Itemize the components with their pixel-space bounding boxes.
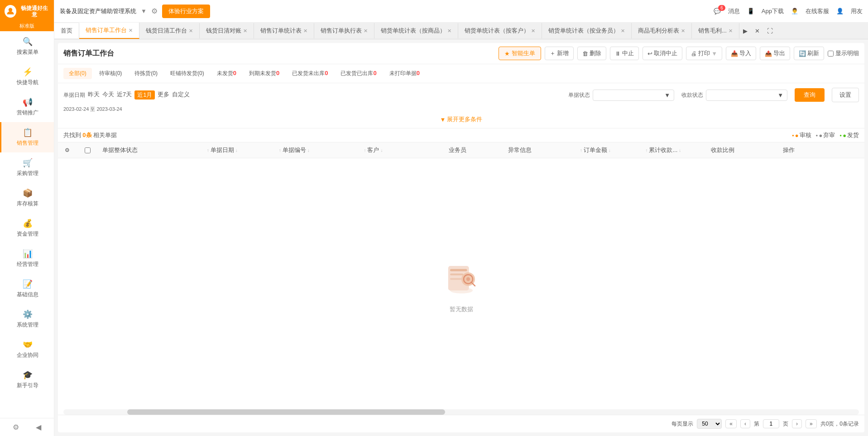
tab-sales-by-staff[interactable]: 销货单统计表（按业务员） ✕ <box>542 23 632 38</box>
sidebar-item-system[interactable]: ⚙️ 系统管理 <box>0 304 54 334</box>
app-download-label[interactable]: App下载 <box>762 7 784 15</box>
refresh-button[interactable]: 🔄 刷新 <box>794 47 824 60</box>
subtab-pending-review[interactable]: 待审核(0) <box>94 68 128 79</box>
export-button[interactable]: 📤 导出 <box>760 47 790 60</box>
th-error[interactable]: 异常信息 <box>504 142 576 158</box>
th-num[interactable]: ↑ 单据编号 ↓ <box>275 142 360 158</box>
subtab-wangpu-pending[interactable]: 旺铺待发货(0) <box>165 68 210 79</box>
horizontal-scrollbar[interactable] <box>63 409 859 415</box>
th-check[interactable] <box>76 142 99 158</box>
tab-sales-stats[interactable]: 销售订单统计表 ✕ <box>254 23 314 38</box>
sidebar-item-quicknav[interactable]: ⚡ 快捷导航 <box>0 62 54 92</box>
tab-close-icon[interactable]: ✕ <box>531 28 535 34</box>
sidebar-item-enterprise[interactable]: 🤝 企业协同 <box>0 334 54 365</box>
th-collected[interactable]: ↑ 累计收款... ↓ <box>642 142 707 158</box>
delete-button[interactable]: 🗑 删除 <box>577 47 606 60</box>
last-page-button[interactable]: » <box>806 419 817 428</box>
cancel-pause-button[interactable]: ↩ 取消中止 <box>643 47 682 60</box>
sidebar-item-search[interactable]: 🔍 搜索菜单 <box>0 31 54 62</box>
sidebar-item-sales[interactable]: 📋 销售管理 <box>0 122 54 152</box>
tab-cash-daily[interactable]: 钱货日清工作台 ✕ <box>139 23 200 38</box>
tab-sales-more[interactable]: 销售毛利... ✕ <box>692 23 739 38</box>
tab-gross-profit[interactable]: 商品毛利分析表 ✕ <box>632 23 692 38</box>
th-amount[interactable]: ↑ 订单金额 ↓ <box>576 142 642 158</box>
th-settings[interactable]: ⚙ <box>58 142 76 158</box>
user-label[interactable]: 用友 <box>851 7 863 15</box>
payment-select[interactable]: ▼ <box>706 90 787 101</box>
tab-close-icon[interactable]: ✕ <box>189 28 193 34</box>
prev-page-button[interactable]: ‹ <box>740 419 750 428</box>
dropdown-icon[interactable]: ▼ <box>141 8 147 14</box>
message-icon[interactable]: 💬 6 <box>714 8 721 14</box>
tab-close-icon[interactable]: ✕ <box>243 28 247 34</box>
tab-expand-button[interactable]: ⛶ <box>763 24 777 38</box>
th-ratio[interactable]: 收款比例 <box>707 142 779 158</box>
smart-btn[interactable]: ★ 智能生单 <box>499 47 541 60</box>
th-customer[interactable]: ↑ 客户 ↓ <box>360 142 445 158</box>
collapse-icon[interactable]: ◀ <box>36 423 41 431</box>
trial-button[interactable]: 体验行业方案 <box>162 5 210 18</box>
deliver-action[interactable]: ● 发货 <box>839 131 859 139</box>
settings-gear-icon[interactable]: ⚙ <box>151 7 158 15</box>
tab-home[interactable]: 首页 <box>54 23 79 38</box>
tab-close-icon[interactable]: ✕ <box>447 28 451 34</box>
sidebar-item-purchase[interactable]: 🛒 采购管理 <box>0 152 54 183</box>
tab-sales-by-customer[interactable]: 销货单统计表（按客户） ✕ <box>458 23 542 38</box>
show-detail-checkbox[interactable] <box>828 51 834 57</box>
tab-more-button[interactable]: ▶ <box>739 24 751 38</box>
pause-button[interactable]: ⏸ 中止 <box>610 47 639 60</box>
scrollbar-thumb[interactable] <box>127 409 446 415</box>
subtab-not-shipped[interactable]: 未发货0 <box>211 68 242 79</box>
first-page-button[interactable]: « <box>725 419 737 428</box>
tab-close-all-button[interactable]: ✕ <box>751 24 763 38</box>
print-button[interactable]: 🖨 打印 ▼ <box>686 47 722 60</box>
sidebar-item-operations[interactable]: 📊 经营管理 <box>0 243 54 274</box>
status-select[interactable]: ▼ <box>593 90 674 101</box>
tab-sales-workbench[interactable]: 销售订单工作台 ✕ <box>79 23 139 39</box>
set-button[interactable]: 设置 <box>832 88 859 102</box>
app-download-icon[interactable]: 📱 <box>747 8 754 14</box>
tab-close-icon[interactable]: ✕ <box>129 28 133 33</box>
query-button[interactable]: 查询 <box>795 88 825 102</box>
sidebar-item-guide[interactable]: 🎓 新手引导 <box>0 365 54 395</box>
import-button[interactable]: 📥 导入 <box>726 47 756 60</box>
subtab-shipped-not-out[interactable]: 已发货未出库0 <box>287 68 333 79</box>
tab-close-icon[interactable]: ✕ <box>681 28 685 34</box>
audit-action[interactable]: ● 审核 <box>792 131 811 139</box>
date-1month[interactable]: 近1月 <box>134 90 155 100</box>
subtab-pending-inspect[interactable]: 待拣货(0) <box>129 68 163 79</box>
subtab-not-printed[interactable]: 未打印单据0 <box>384 68 425 79</box>
tab-sales-exec[interactable]: 销售订单执行表 ✕ <box>314 23 374 38</box>
sidebar-item-marketing[interactable]: 📢 营销推广 <box>0 92 54 122</box>
th-staff[interactable]: 业务员 <box>445 142 504 158</box>
tab-close-icon[interactable]: ✕ <box>303 28 307 34</box>
select-all-checkbox[interactable] <box>85 147 91 153</box>
date-more[interactable]: 更多 <box>158 90 169 100</box>
cancel-audit-action[interactable]: ● 弃审 <box>816 131 835 139</box>
sidebar-item-basic[interactable]: 📝 基础信息 <box>0 274 54 304</box>
next-page-button[interactable]: › <box>792 419 802 428</box>
date-7days[interactable]: 近7天 <box>117 90 132 100</box>
subtab-shipped-out[interactable]: 已发货已出库0 <box>335 68 382 79</box>
tab-cash-account[interactable]: 钱货日清对账 ✕ <box>200 23 254 38</box>
subtab-all[interactable]: 全部(0) <box>63 68 92 79</box>
subtab-overdue-not-shipped[interactable]: 到期未发货0 <box>244 68 285 79</box>
th-status[interactable]: 单据整体状态 <box>99 142 203 158</box>
date-today[interactable]: 今天 <box>102 90 114 100</box>
date-custom[interactable]: 自定义 <box>172 90 190 100</box>
show-detail-checkbox-label[interactable]: 显示明细 <box>828 49 859 57</box>
tab-close-icon[interactable]: ✕ <box>364 28 368 34</box>
tab-sales-by-product[interactable]: 销货单统计表（按商品） ✕ <box>374 23 458 38</box>
page-input[interactable] <box>763 419 779 428</box>
settings-icon[interactable]: ⚙ <box>13 423 19 431</box>
tab-close-icon[interactable]: ✕ <box>621 28 625 34</box>
add-button[interactable]: ＋ 新增 <box>545 47 574 60</box>
online-service-icon[interactable]: 👨‍💼 <box>791 8 798 14</box>
online-service-label[interactable]: 在线客服 <box>806 7 829 15</box>
date-yesterday[interactable]: 昨天 <box>88 90 100 100</box>
expand-conditions-button[interactable]: ▼ 展开更多条件 <box>440 115 483 123</box>
tab-close-icon[interactable]: ✕ <box>729 28 733 34</box>
th-date[interactable]: ↑ 单据日期 ↓ <box>203 142 275 158</box>
sidebar-item-finance[interactable]: 💰 资金管理 <box>0 213 54 243</box>
per-page-select[interactable]: 20 50 100 <box>697 419 722 429</box>
